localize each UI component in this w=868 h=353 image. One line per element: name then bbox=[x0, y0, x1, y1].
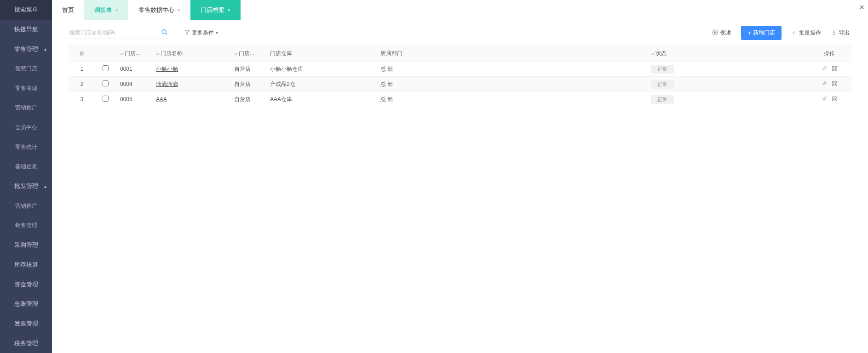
sidebar-item-label: 基础信息 bbox=[15, 163, 37, 171]
qrcode-icon[interactable] bbox=[832, 81, 837, 88]
svg-line-1 bbox=[166, 33, 167, 34]
qrcode-icon[interactable] bbox=[832, 97, 837, 103]
play-circle-icon bbox=[712, 29, 718, 37]
edit-row-icon[interactable] bbox=[822, 97, 827, 103]
sidebar-item-8[interactable]: 基础信息 bbox=[0, 157, 52, 176]
column-settings[interactable]: ⚙ bbox=[69, 46, 95, 62]
svg-rect-11 bbox=[835, 81, 837, 83]
video-button[interactable]: 视频 bbox=[712, 29, 731, 37]
caret-up-icon: ▴ bbox=[44, 46, 46, 51]
sidebar-item-14[interactable]: 资金管理 bbox=[0, 274, 52, 294]
sidebar-item-12[interactable]: 采购管理 bbox=[0, 235, 52, 255]
chevron-down-icon: ▾ bbox=[216, 30, 218, 35]
qrcode-icon[interactable] bbox=[832, 66, 837, 73]
row-checkbox[interactable] bbox=[103, 80, 109, 86]
row-index: 3 bbox=[69, 92, 95, 107]
tab-3[interactable]: 门店档案× bbox=[190, 0, 241, 20]
tab-label: 门店档案 bbox=[201, 6, 224, 14]
tab-2[interactable]: 零售数据中心× bbox=[128, 0, 190, 20]
stores-table: ⚙ ▴▾门店... ▴▾门店名称 ▴▾门店... 门店仓库 所属部门 ▴▾状态 … bbox=[69, 46, 851, 107]
sidebar-item-7[interactable]: 零售统计 bbox=[0, 137, 52, 157]
sidebar-item-label: 营销推广 bbox=[15, 104, 37, 112]
sidebar-item-11[interactable]: 销售管理 bbox=[0, 216, 52, 235]
svg-rect-16 bbox=[835, 97, 837, 98]
export-button[interactable]: 导出 bbox=[831, 29, 850, 37]
sidebar-item-label: 资金管理 bbox=[14, 280, 38, 289]
row-checkbox[interactable] bbox=[103, 65, 109, 71]
column-status[interactable]: ▴▾状态 bbox=[646, 46, 807, 62]
store-name-link[interactable]: AAA bbox=[156, 96, 167, 102]
table-row: 30005AAA自营店AAA仓库总 部正常 bbox=[69, 92, 851, 107]
edit-row-icon[interactable] bbox=[822, 81, 827, 88]
tab-close-icon[interactable]: × bbox=[115, 7, 118, 13]
cell-ops bbox=[807, 62, 851, 77]
row-checkbox[interactable] bbox=[103, 96, 109, 102]
column-store-name[interactable]: ▴▾门店名称 bbox=[151, 46, 230, 62]
sidebar-item-4[interactable]: 零售商城 bbox=[0, 79, 52, 98]
main-area: × 首页调拨单×零售数据中心×门店档案× 更多条件 ▾ bbox=[52, 0, 868, 353]
batch-ops-label: 批量操作 bbox=[799, 29, 821, 37]
store-name-link[interactable]: 小畅小畅 bbox=[156, 66, 178, 72]
sidebar-item-16[interactable]: 发票管理 bbox=[0, 314, 52, 334]
sidebar-item-label: 搜索菜单 bbox=[14, 6, 38, 14]
table-header-row: ⚙ ▴▾门店... ▴▾门店名称 ▴▾门店... 门店仓库 所属部门 ▴▾状态 … bbox=[69, 46, 851, 62]
sidebar-item-label: 发票管理 bbox=[14, 319, 38, 328]
sidebar-item-6[interactable]: 会员中心 bbox=[0, 118, 52, 137]
table-container: ⚙ ▴▾门店... ▴▾门店名称 ▴▾门店... 门店仓库 所属部门 ▴▾状态 … bbox=[52, 46, 868, 107]
cell-warehouse: 小畅小畅仓库 bbox=[265, 62, 376, 77]
cell-warehouse: AAA仓库 bbox=[265, 92, 376, 107]
sidebar-item-1[interactable]: 快捷导航 bbox=[0, 20, 52, 40]
status-badge: 正常 bbox=[651, 65, 674, 74]
column-store-type[interactable]: ▴▾门店... bbox=[230, 46, 265, 62]
cell-dept: 总 部 bbox=[376, 92, 646, 107]
caret-up-icon: ▴ bbox=[44, 184, 46, 189]
tab-close-icon[interactable]: × bbox=[177, 7, 180, 13]
tab-label: 零售数据中心 bbox=[138, 6, 174, 14]
export-icon bbox=[831, 29, 837, 36]
column-store-code[interactable]: ▴▾门店... bbox=[115, 46, 151, 62]
search-input[interactable] bbox=[69, 27, 170, 39]
video-label: 视频 bbox=[720, 29, 731, 37]
tab-close-icon[interactable]: × bbox=[227, 7, 230, 13]
sidebar-item-3[interactable]: 智慧门店 bbox=[0, 59, 52, 79]
cell-status: 正常 bbox=[646, 62, 807, 77]
sidebar-item-label: 会员中心 bbox=[15, 124, 37, 131]
cell-type: 自营店 bbox=[230, 77, 265, 92]
cell-name: 滴滴滴滴 bbox=[151, 77, 230, 92]
sidebar-item-label: 批发管理 bbox=[14, 182, 38, 190]
add-store-button[interactable]: + 新增门店 bbox=[741, 26, 782, 40]
svg-rect-9 bbox=[836, 70, 837, 71]
more-filters-button[interactable]: 更多条件 ▾ bbox=[184, 29, 218, 37]
store-name-link[interactable]: 滴滴滴滴 bbox=[156, 81, 178, 87]
sidebar-item-label: 销售管理 bbox=[15, 222, 37, 229]
cell-ops bbox=[807, 77, 851, 92]
sidebar-item-label: 零售管理 bbox=[14, 45, 38, 53]
sidebar-item-13[interactable]: 库存核算 bbox=[0, 255, 52, 275]
sidebar-item-9[interactable]: 批发管理▴ bbox=[0, 176, 52, 196]
sidebar-item-0[interactable]: 搜索菜单 bbox=[0, 0, 52, 20]
table-row: 10001小畅小畅自营店小畅小畅仓库总 部正常 bbox=[69, 62, 851, 77]
cell-ops bbox=[807, 92, 851, 107]
column-warehouse: 门店仓库 bbox=[265, 46, 376, 62]
svg-rect-13 bbox=[835, 84, 836, 85]
sidebar-item-label: 营销推广 bbox=[15, 202, 37, 210]
tab-0[interactable]: 首页 bbox=[52, 0, 84, 20]
sidebar-item-15[interactable]: 总账管理 bbox=[0, 294, 52, 314]
close-icon[interactable]: × bbox=[859, 3, 864, 12]
status-badge: 正常 bbox=[651, 80, 674, 89]
sidebar-item-10[interactable]: 营销推广 bbox=[0, 196, 52, 216]
sidebar-item-5[interactable]: 营销推广 bbox=[0, 98, 52, 118]
sidebar-item-2[interactable]: 零售管理▴ bbox=[0, 39, 52, 59]
add-store-label: 新增门店 bbox=[753, 29, 775, 37]
row-checkbox-cell bbox=[95, 77, 115, 92]
sidebar-item-17[interactable]: 税务管理 bbox=[0, 333, 52, 353]
search-icon[interactable] bbox=[161, 28, 168, 37]
svg-rect-7 bbox=[833, 69, 834, 71]
batch-ops-button[interactable]: 批量操作 bbox=[792, 29, 821, 37]
cell-code: 0004 bbox=[115, 77, 151, 92]
sidebar-item-label: 智慧门店 bbox=[15, 65, 37, 73]
column-dept: 所属部门 bbox=[376, 46, 646, 62]
cell-code: 0005 bbox=[115, 92, 151, 107]
tab-1[interactable]: 调拨单× bbox=[84, 0, 128, 20]
edit-row-icon[interactable] bbox=[822, 66, 827, 73]
